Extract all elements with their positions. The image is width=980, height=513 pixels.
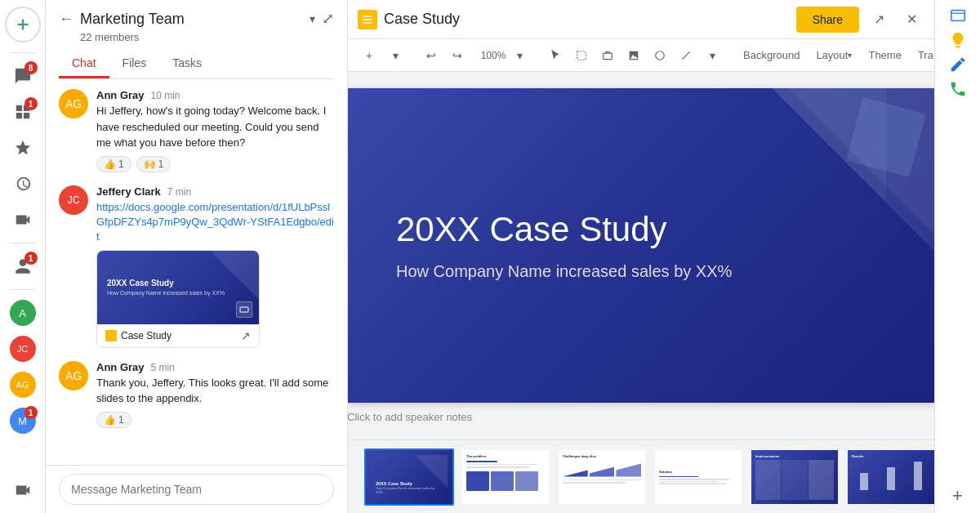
message-body-2: Jeffery Clark 7 min https://docs.google.… — [96, 185, 334, 348]
svg-rect-7 — [577, 51, 586, 60]
thumbnail-4[interactable]: Solution — [653, 448, 743, 506]
thumbnail-3[interactable]: Challenges deep dive — [557, 448, 647, 506]
edit-right-icon[interactable] — [949, 56, 967, 77]
sender-name-2: Jeffery Clark — [96, 185, 161, 198]
avatar-user-1[interactable]: A — [7, 297, 39, 329]
close-button[interactable]: ✕ — [898, 7, 924, 33]
keep-right-icon[interactable] — [949, 31, 967, 52]
pin-button[interactable]: ⤢ — [322, 10, 334, 28]
chat-input-area — [46, 465, 347, 513]
share-button[interactable]: Share — [796, 7, 859, 33]
members-count: 22 members — [80, 31, 334, 43]
thumbnail-1[interactable]: 20XX Case Study How Company Name increas… — [364, 448, 454, 506]
ann-gray-avatar: AG — [59, 89, 88, 118]
svg-rect-8 — [604, 53, 612, 60]
message-body-1: Ann Gray 10 min Hi Jeffery, how's it goi… — [96, 89, 334, 172]
starred-nav-icon[interactable] — [7, 132, 39, 164]
tab-files[interactable]: Files — [109, 50, 160, 78]
sidebar-divider — [10, 52, 36, 53]
select-box-button[interactable] — [570, 44, 593, 67]
thumb-title: 20XX Case Study — [107, 279, 225, 288]
reaction-clap-1[interactable]: 🙌 1 — [136, 156, 172, 172]
thumbnail-2[interactable]: The problem — [461, 448, 550, 506]
back-button[interactable]: ← — [59, 11, 74, 28]
chat-badge: 8 — [24, 61, 38, 74]
presentation-title[interactable]: Case Study — [384, 11, 460, 28]
shape-button[interactable] — [648, 44, 671, 67]
thumb-subtitle: How Company Name increased sales by XX% — [107, 290, 225, 296]
svg-line-14 — [682, 51, 689, 59]
background-button[interactable]: Background — [737, 44, 806, 67]
meet-nav-icon[interactable] — [7, 203, 39, 236]
rooms-badge: 1 — [24, 97, 38, 110]
cursor-tool-button[interactable] — [544, 44, 567, 67]
message-group-1: AG Ann Gray 10 min Hi Jeffery, how's it … — [59, 89, 334, 172]
thumbnail-5[interactable]: Implementation — [750, 448, 840, 506]
message-body-3: Ann Gray 5 min Thank you, Jeffery. This … — [96, 361, 334, 428]
transition-button[interactable]: Transition — [911, 44, 934, 67]
card-name: Case Study — [121, 330, 172, 341]
slides-title-row: Case Study — [358, 10, 790, 29]
line-button[interactable] — [675, 44, 697, 67]
jeffery-clark-avatar: JC — [59, 185, 88, 215]
presentation-card[interactable]: 20XX Case Study How Company Name increas… — [96, 250, 260, 348]
video-call-icon[interactable] — [7, 474, 39, 506]
msg-time-2: 7 min — [167, 186, 191, 198]
thumbnail-6[interactable]: Results — [846, 448, 934, 506]
slide-canvas[interactable]: 20XX Case Study How Company Name increas… — [348, 88, 934, 403]
msg-time-3: 5 min — [151, 362, 175, 373]
text-box-button[interactable] — [596, 44, 619, 67]
open-link-icon[interactable]: ↗ — [241, 329, 251, 342]
chat-panel: ← Marketing Team ▾ ⤢ 22 members Chat Fil… — [46, 0, 348, 513]
chat-nav-icon[interactable]: 8 — [7, 60, 39, 92]
chat-header: ← Marketing Team ▾ ⤢ 22 members Chat Fil… — [46, 0, 347, 79]
theme-button[interactable]: Theme — [862, 44, 907, 67]
google-slides-right-icon[interactable] — [949, 7, 967, 28]
recent-nav-icon[interactable] — [7, 167, 39, 200]
msg-text-3: Thank you, Jeffery. This looks great. I'… — [96, 375, 334, 407]
image-button[interactable] — [622, 44, 645, 67]
ann-gray-avatar-2: AG — [59, 361, 88, 390]
avatar-badge: 1 — [24, 406, 38, 419]
zoom-add-button[interactable]: + — [358, 44, 381, 67]
team-dropdown-arrow[interactable]: ▾ — [310, 12, 315, 25]
reaction-thumbsup-1[interactable]: 👍 1 — [96, 156, 131, 172]
avatar-user-2[interactable]: JC — [7, 332, 39, 365]
svg-rect-5 — [23, 113, 29, 118]
right-sidebar: + — [934, 0, 980, 513]
avatar-user-4[interactable]: M 1 — [7, 404, 39, 437]
zoom-dropdown-2[interactable]: ▾ — [508, 44, 531, 67]
message-group-3: AG Ann Gray 5 min Thank you, Jeffery. Th… — [59, 361, 334, 428]
avatar-user-3[interactable]: AG — [7, 368, 39, 401]
thumb-slide-icon — [236, 301, 252, 318]
thumb-content: 20XX Case Study How Company Name increas… — [107, 279, 225, 296]
tab-chat[interactable]: Chat — [59, 50, 109, 78]
presentation-thumbnail: 20XX Case Study How Company Name increas… — [97, 251, 259, 324]
presentation-link[interactable]: https://docs.google.com/presentation/d/1… — [96, 201, 334, 243]
slide-canvas-area: 20XX Case Study How Company Name increas… — [348, 72, 934, 439]
tab-tasks[interactable]: Tasks — [159, 50, 215, 78]
rooms-nav-icon[interactable]: 1 — [7, 96, 39, 128]
add-right-button[interactable]: + — [952, 485, 963, 506]
new-item-button[interactable] — [5, 7, 41, 42]
contacts-nav-icon[interactable]: 1 — [7, 250, 39, 283]
slide-main-title: 20XX Case Study — [396, 210, 886, 249]
undo-button[interactable]: ↩ — [420, 44, 443, 67]
reaction-thumbsup-3[interactable]: 👍 1 — [96, 412, 131, 428]
chat-tabs: Chat Files Tasks — [59, 50, 334, 79]
zoom-dropdown-button[interactable]: ▾ — [384, 44, 407, 67]
line-dropdown[interactable]: ▾ — [701, 44, 724, 67]
phone-right-icon[interactable] — [949, 80, 967, 101]
card-footer-left: Case Study — [105, 330, 172, 341]
open-external-button[interactable]: ↗ — [866, 7, 892, 33]
svg-point-13 — [656, 51, 665, 60]
message-group-2: JC Jeffery Clark 7 min https://docs.goog… — [59, 185, 334, 348]
left-sidebar: 8 1 1 A JC AG M 1 — [0, 0, 46, 513]
message-input[interactable] — [59, 474, 334, 505]
msg-time-1: 10 min — [151, 90, 180, 101]
speaker-notes[interactable]: Click to add speaker notes — [348, 403, 934, 431]
zoom-level-button[interactable]: 100% — [482, 44, 505, 67]
slides-toolbar: + ▾ ↩ ↪ 100% ▾ ▾ Background Layout ▾ The… — [348, 39, 934, 72]
layout-button[interactable]: Layout ▾ — [809, 44, 858, 67]
redo-button[interactable]: ↪ — [446, 44, 469, 67]
